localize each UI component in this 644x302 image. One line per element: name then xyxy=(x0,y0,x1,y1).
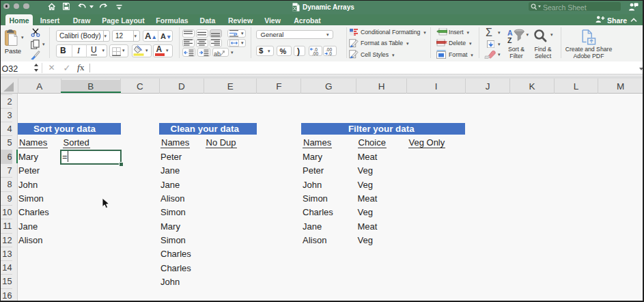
svg-text:Z: Z xyxy=(507,36,512,44)
svg-text:.0: .0 xyxy=(328,51,332,56)
svg-text:ab: ab xyxy=(214,50,221,57)
svg-text:.00: .00 xyxy=(312,51,318,56)
